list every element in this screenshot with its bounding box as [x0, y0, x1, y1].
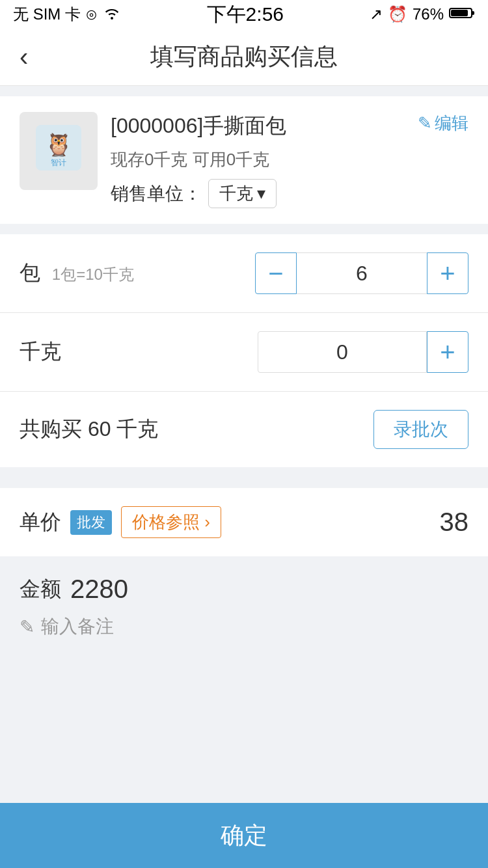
location-icon: ↗	[370, 5, 383, 23]
bao-label-group: 包 1包=10千克	[20, 259, 134, 288]
price-ref-button[interactable]: 价格参照 ›	[121, 506, 221, 538]
chevron-down-icon: ▾	[257, 183, 265, 204]
bao-minus-button[interactable]: −	[255, 252, 297, 294]
bao-label: 包	[20, 261, 40, 284]
remark-placeholder: 输入备注	[41, 614, 114, 639]
total-row: 共购买 60 千克 录批次	[0, 392, 488, 467]
status-time: 下午2:56	[207, 1, 284, 28]
kg-input[interactable]	[258, 331, 427, 373]
svg-rect-1	[472, 11, 474, 15]
product-unit-row: 销售单位： 千克 ▾	[111, 179, 468, 208]
plus-icon: +	[440, 259, 455, 288]
batch-button[interactable]: 录批次	[373, 410, 468, 449]
total-text: 共购买 60 千克	[20, 415, 158, 444]
price-label: 单价	[20, 508, 61, 537]
amount-value: 2280	[70, 575, 128, 604]
nav-bar: ‹ 填写商品购买信息	[0, 29, 488, 86]
amount-label: 金额	[20, 575, 61, 604]
bao-plus-button[interactable]: +	[427, 252, 468, 294]
bao-controls: − +	[255, 252, 468, 294]
product-section: 🦉 智计 [0000006]手撕面包 ✎ 编辑 现存0千克 可用0千克 销售单位…	[0, 96, 488, 224]
sim-text: 无 SIM 卡 ⊙	[13, 4, 98, 25]
price-value: 38	[440, 508, 469, 537]
separator-2	[0, 467, 488, 478]
amount-row: 金额 2280	[20, 575, 468, 604]
edit-label: 编辑	[435, 112, 468, 135]
bao-input[interactable]	[297, 252, 427, 294]
minus-icon: −	[268, 259, 283, 288]
price-section: 单价 批发 价格参照 › 38	[0, 488, 488, 556]
amount-section: 金额 2280 ✎ 输入备注	[0, 556, 488, 657]
unit-label: 销售单位：	[111, 182, 202, 206]
page-title: 填写商品购买信息	[150, 41, 338, 73]
bao-input-section: 包 1包=10千克 − + 千克 +	[0, 234, 488, 392]
product-image: 🦉 智计	[20, 112, 98, 190]
svg-text:🦉: 🦉	[45, 131, 73, 158]
kg-plus-button[interactable]: +	[427, 331, 468, 373]
kg-controls: +	[258, 331, 468, 373]
unit-value: 千克	[219, 182, 253, 205]
product-info: [0000006]手撕面包 ✎ 编辑 现存0千克 可用0千克 销售单位： 千克 …	[111, 112, 468, 208]
separator-1	[0, 224, 488, 234]
remark-row[interactable]: ✎ 输入备注	[20, 614, 468, 657]
bao-row: 包 1包=10千克 − +	[0, 234, 488, 313]
battery-text: 76%	[413, 5, 444, 23]
back-button[interactable]: ‹	[20, 42, 28, 72]
price-type-tag: 批发	[70, 510, 112, 535]
product-name: [0000006]手撕面包	[111, 112, 286, 141]
alarm-icon: ⏰	[388, 5, 407, 23]
bao-hint: 1包=10千克	[52, 265, 134, 283]
edit-button[interactable]: ✎ 编辑	[418, 112, 468, 135]
product-header: [0000006]手撕面包 ✎ 编辑	[111, 112, 468, 141]
status-bar: 无 SIM 卡 ⊙ 下午2:56 ↗ ⏰ 76%	[0, 0, 488, 29]
svg-text:智计: 智计	[51, 158, 66, 167]
status-left: 无 SIM 卡 ⊙	[13, 4, 121, 25]
product-logo: 🦉 智计	[36, 125, 81, 178]
price-ref-label: 价格参照 ›	[132, 511, 210, 534]
battery-icon	[449, 5, 475, 23]
kg-row: 千克 +	[0, 313, 488, 392]
edit-icon: ✎	[418, 113, 432, 133]
edit-remark-icon: ✎	[20, 616, 34, 638]
price-row: 单价 批发 价格参照 › 38	[20, 506, 468, 538]
status-right: ↗ ⏰ 76%	[370, 5, 475, 23]
confirm-button[interactable]: 确定	[0, 803, 488, 868]
wifi-icon	[103, 5, 121, 23]
product-stock: 现存0千克 可用0千克	[111, 148, 468, 171]
svg-rect-2	[451, 10, 468, 16]
unit-select[interactable]: 千克 ▾	[208, 179, 277, 208]
kg-label: 千克	[20, 338, 61, 366]
kg-plus-icon: +	[440, 338, 455, 367]
